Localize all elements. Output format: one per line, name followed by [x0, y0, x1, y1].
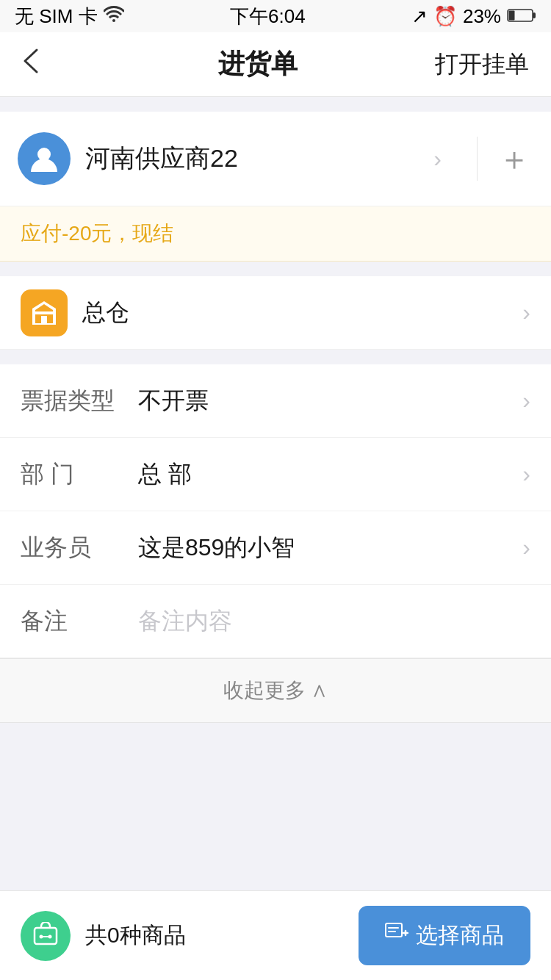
no-sim-text: 无 SIM 卡: [15, 4, 98, 29]
open-pending-button[interactable]: 打开挂单: [435, 48, 529, 81]
select-product-button[interactable]: 选择商品: [359, 906, 530, 965]
salesperson-chevron-icon: ›: [522, 534, 530, 561]
svg-rect-9: [386, 923, 402, 937]
collapse-row[interactable]: 收起更多 ∧: [0, 658, 551, 723]
location-icon: ↗: [411, 5, 428, 28]
product-count: 共0种商品: [85, 920, 344, 951]
salesperson-label: 业务员: [21, 532, 138, 564]
ticket-type-row[interactable]: 票据类型 不开票 ›: [0, 364, 551, 438]
bottom-bar: 共0种商品 选择商品: [0, 890, 551, 980]
section-gap-1: [0, 97, 551, 112]
supplier-row[interactable]: 河南供应商22 ›: [0, 112, 477, 206]
svg-rect-4: [41, 316, 47, 323]
nav-bar: 进货单 打开挂单: [0, 32, 551, 97]
supplier-section: 河南供应商22 › ＋: [0, 112, 551, 206]
warehouse-chevron-icon: ›: [522, 299, 530, 326]
warehouse-name: 总仓: [82, 297, 522, 329]
section-gap-2: [0, 262, 551, 276]
salesperson-row[interactable]: 业务员 这是859的小智 ›: [0, 511, 551, 585]
remark-input[interactable]: 备注内容: [138, 605, 530, 638]
warehouse-row[interactable]: 总仓 ›: [0, 276, 551, 350]
page-title: 进货单: [218, 46, 298, 82]
department-chevron-icon: ›: [522, 461, 530, 488]
supplier-name: 河南供应商22: [85, 142, 419, 176]
status-time: 下午6:04: [230, 4, 306, 29]
select-product-icon: [385, 923, 408, 948]
warehouse-icon: [21, 289, 68, 336]
status-right: ↗ ⏰ 23%: [411, 5, 536, 28]
notice-banner: 应付-20元，现结: [0, 206, 551, 262]
collapse-label: 收起更多 ∧: [223, 677, 328, 705]
ticket-type-label: 票据类型: [21, 385, 138, 417]
supplier-chevron-icon: ›: [433, 145, 442, 173]
department-row[interactable]: 部 门 总 部 ›: [0, 438, 551, 511]
wifi-icon: [104, 6, 124, 26]
section-gap-3: [0, 350, 551, 364]
alarm-icon: ⏰: [433, 5, 457, 28]
back-button[interactable]: [22, 47, 81, 82]
spacer: [0, 723, 551, 890]
select-product-label: 选择商品: [416, 920, 504, 951]
add-supplier-button[interactable]: ＋: [478, 137, 551, 181]
main-content: 河南供应商22 › ＋ 应付-20元，现结 总仓 › 票据类型 不开票 › 部 …: [0, 97, 551, 980]
department-label: 部 门: [21, 458, 138, 491]
status-bar: 无 SIM 卡 下午6:04 ↗ ⏰ 23%: [0, 0, 551, 32]
supplier-avatar: [18, 132, 71, 185]
remark-label: 备注: [21, 605, 138, 638]
svg-rect-2: [508, 10, 514, 20]
ticket-type-value: 不开票: [138, 385, 522, 417]
battery-text: 23%: [463, 5, 501, 28]
battery-icon: [507, 5, 536, 28]
ticket-type-chevron-icon: ›: [522, 387, 530, 414]
remark-row[interactable]: 备注 备注内容: [0, 585, 551, 658]
cart-icon-bg: [21, 911, 71, 961]
department-value: 总 部: [138, 458, 522, 491]
status-left: 无 SIM 卡: [15, 4, 124, 29]
salesperson-value: 这是859的小智: [138, 532, 522, 564]
svg-rect-1: [533, 12, 536, 18]
